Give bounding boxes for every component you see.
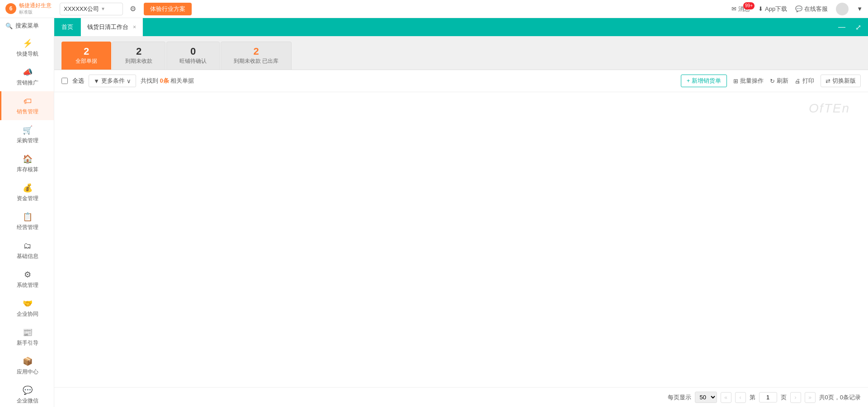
gear-icon: ⚙	[130, 5, 136, 13]
last-page-button[interactable]: »	[805, 392, 816, 403]
sub-tab-all-label: 全部单据	[75, 57, 97, 65]
sidebar-item-label: 快捷导航	[17, 50, 38, 58]
logo-text: 畅捷通好生意	[19, 2, 52, 9]
operations-icon: 📋	[22, 211, 33, 222]
logo-sub: 标准版	[19, 9, 52, 15]
tab-home[interactable]: 首页	[54, 18, 81, 36]
switch-version-button[interactable]: ⇄ 切换新版	[821, 75, 861, 87]
chevron-down-icon: ∨	[127, 78, 131, 84]
company-name: XXXXXX公司	[64, 5, 99, 13]
sub-tab-unshipped-count: 2	[254, 46, 259, 57]
sidebar-item-label: 应用中心	[17, 368, 38, 376]
per-page-label: 每页显示	[668, 393, 691, 402]
message-button[interactable]: ✉ 消息 99+	[731, 5, 750, 13]
sales-icon: 🏷	[22, 96, 33, 107]
last-page-icon: »	[808, 394, 811, 401]
inventory-icon: 🏠	[22, 154, 33, 164]
company-selector[interactable]: XXXXXX公司 ▼	[60, 3, 123, 15]
batch-icon: ⊞	[733, 78, 738, 84]
sub-tab-overdue-count: 2	[136, 46, 142, 57]
basic-info-icon: 🗂	[22, 240, 33, 251]
sidebar-item-marketing[interactable]: 📣 营销推广	[0, 62, 54, 91]
chevron-down-icon: ▼	[101, 6, 105, 11]
online-service-button[interactable]: 💬 在线客服	[795, 5, 828, 13]
sidebar: 🔍 搜索菜单 ⚡ 快捷导航 📣 营销推广 🏷 销售管理 🛒 采购管理 🏠 库存核…	[0, 18, 54, 407]
sidebar-item-label: 新手引导	[17, 339, 38, 347]
sidebar-item-enterprise[interactable]: 🤝 企业协同	[0, 294, 54, 323]
select-all-label: 全选	[72, 77, 84, 85]
tab-bar: 首页 钱货日清工作台 × — ⤢	[54, 18, 868, 36]
prev-page-button[interactable]: ‹	[735, 392, 746, 403]
new-sale-button[interactable]: + 新增销货单	[681, 75, 727, 87]
first-page-button[interactable]: «	[721, 392, 731, 403]
sidebar-item-system[interactable]: ⚙ 系统管理	[0, 265, 54, 294]
sub-tab-overdue-uncollected[interactable]: 2 到期未收款	[112, 42, 165, 70]
select-all-checkbox[interactable]	[61, 78, 68, 84]
first-page-icon: «	[724, 394, 727, 401]
sidebar-item-label: 资金管理	[17, 195, 38, 202]
marketing-icon: 📣	[22, 67, 33, 78]
user-name-area[interactable]: ▼	[857, 5, 863, 12]
sidebar-item-label: 系统管理	[17, 281, 38, 289]
next-page-button[interactable]: ›	[790, 392, 801, 403]
sub-tab-wangpu-label: 旺铺待确认	[179, 57, 207, 65]
industry-button[interactable]: 体验行业方案	[144, 3, 192, 15]
page-input[interactable]	[759, 392, 777, 402]
purchase-icon: 🛒	[22, 125, 33, 136]
maximize-button[interactable]: ⤢	[852, 21, 864, 33]
chevron-down-icon: ▼	[857, 5, 863, 12]
filter-icon: ▼	[94, 78, 99, 84]
main-content: OfTEn	[54, 92, 868, 387]
service-icon: 💬	[795, 5, 802, 12]
settings-button[interactable]: ⚙	[127, 3, 139, 15]
watermark: OfTEn	[809, 101, 850, 116]
found-text: 共找到 0条 相关单据	[141, 77, 194, 85]
sidebar-item-quick-nav[interactable]: ⚡ 快捷导航	[0, 33, 54, 62]
sidebar-item-label: 销售管理	[17, 108, 38, 116]
sidebar-item-purchase[interactable]: 🛒 采购管理	[0, 120, 54, 149]
refresh-button[interactable]: ↻ 刷新	[770, 77, 788, 85]
prev-page-icon: ‹	[740, 394, 741, 401]
tab-bar-actions: — ⤢	[835, 18, 868, 36]
sidebar-item-label: 基础信息	[17, 253, 38, 260]
main-layout: 🔍 搜索菜单 ⚡ 快捷导航 📣 营销推广 🏷 销售管理 🛒 采购管理 🏠 库存核…	[0, 18, 868, 407]
found-count: 0条	[160, 77, 169, 84]
search-menu-item[interactable]: 🔍 搜索菜单	[0, 18, 54, 33]
batch-operation-button[interactable]: ⊞ 批量操作	[733, 77, 764, 85]
sidebar-item-sales[interactable]: 🏷 销售管理	[0, 91, 54, 120]
pagination-bar: 每页显示 50 « ‹ 第 页 › » 共0页，0条记录	[54, 387, 868, 407]
system-icon: ⚙	[22, 269, 33, 280]
quick-nav-icon: ⚡	[22, 38, 33, 49]
content-area: 首页 钱货日清工作台 × — ⤢ 2 全部单据	[54, 18, 868, 407]
finance-icon: 💰	[22, 182, 33, 193]
toolbar-left: 全选 ▼ 更多条件 ∨ 共找到 0条 相关单据	[61, 75, 676, 87]
sidebar-item-wechat[interactable]: 💬 企业微信	[0, 380, 54, 407]
print-button[interactable]: 🖨 打印	[795, 77, 814, 85]
guide-icon: 📰	[22, 327, 33, 338]
sidebar-item-operations[interactable]: 📋 经营管理	[0, 207, 54, 236]
sidebar-item-inventory[interactable]: 🏠 库存核算	[0, 149, 54, 178]
user-avatar[interactable]	[836, 3, 849, 15]
sidebar-item-guide[interactable]: 📰 新手引导	[0, 323, 54, 351]
filter-button[interactable]: ▼ 更多条件 ∨	[89, 75, 136, 87]
sidebar-item-label: 营销推广	[17, 79, 38, 87]
tab-active[interactable]: 钱货日清工作台 ×	[81, 18, 143, 36]
sub-tab-area: 2 全部单据 2 到期未收款 0 旺铺待确认 2 到期未收款 已出库	[54, 36, 868, 70]
tab-close-icon[interactable]: ×	[133, 24, 136, 30]
per-page-select[interactable]: 50	[695, 392, 717, 403]
sidebar-item-finance[interactable]: 💰 资金管理	[0, 178, 54, 207]
top-header: 6 畅捷通好生意 标准版 XXXXXX公司 ▼ ⚙ 体验行业方案 ✉ 消息 99…	[0, 0, 868, 18]
minimize-button[interactable]: —	[835, 21, 848, 33]
sub-tab-all-count: 2	[84, 46, 89, 57]
app-download-button[interactable]: ⬇ App下载	[758, 5, 787, 13]
sub-tab-all[interactable]: 2 全部单据	[61, 42, 111, 70]
refresh-icon: ↻	[770, 78, 775, 84]
sidebar-item-app-center[interactable]: 📦 应用中心	[0, 351, 54, 380]
sub-tab-wangpu[interactable]: 0 旺铺待确认	[166, 42, 220, 70]
sidebar-item-label: 企业协同	[17, 310, 38, 318]
logo-icon: 6	[5, 3, 16, 14]
page-label: 第	[750, 393, 755, 402]
sidebar-item-basic-info[interactable]: 🗂 基础信息	[0, 236, 54, 265]
sub-tab-overdue-unshipped[interactable]: 2 到期未收款 已出库	[221, 42, 292, 70]
sub-tab-overdue-label: 到期未收款	[125, 57, 152, 65]
